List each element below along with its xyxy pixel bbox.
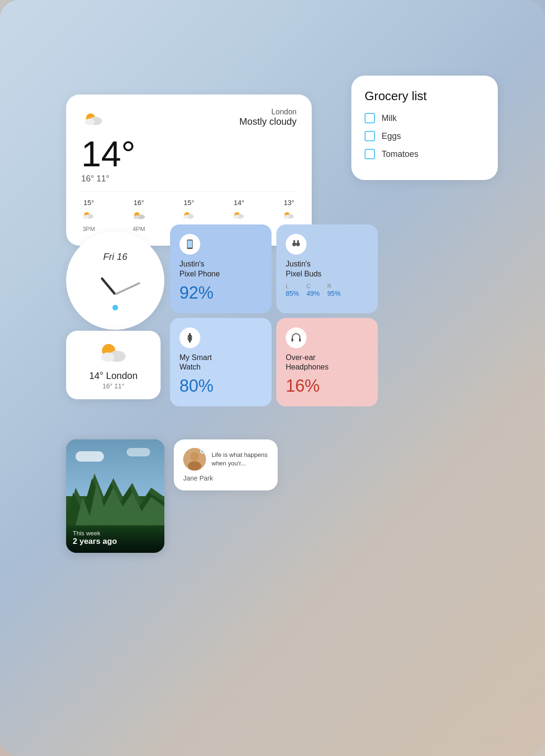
svg-rect-19	[187, 241, 192, 248]
headphones-battery: 16%	[286, 376, 368, 396]
memory-years-label: 2 years ago	[73, 537, 158, 546]
devices-battery-grid: Justin'sPixel Phone 92% Justin'sPixel Bu…	[170, 224, 378, 406]
headphones-svg-icon	[290, 332, 302, 344]
status-quote-text: Life is what happens when you'r...	[212, 451, 268, 468]
grocery-checkbox-milk[interactable]	[365, 113, 375, 123]
device-pixel-buds[interactable]: Justin'sPixel Buds L 85% C 49% R 95%	[276, 224, 378, 313]
hourly-icon-3pm	[81, 208, 96, 223]
grocery-label-milk: Milk	[382, 113, 397, 123]
headphones-name: Over-earHeadphones	[286, 353, 368, 373]
weather-small-hilo: 16° 11°	[76, 382, 151, 390]
svg-rect-24	[297, 240, 299, 243]
cloud-1	[76, 451, 104, 462]
pixel-phone-icon	[179, 234, 200, 255]
weather-widget-large[interactable]: London Mostly cloudy 14° 16° 11° 15° 3PM…	[66, 94, 312, 246]
weather-sun-cloudy-icon	[81, 108, 106, 132]
svg-rect-29	[291, 338, 293, 342]
watch-icon	[185, 333, 195, 343]
grocery-item-eggs[interactable]: Eggs	[365, 131, 485, 141]
svg-point-22	[296, 242, 300, 246]
svg-point-21	[292, 242, 296, 246]
clock-widget: Fri 16	[66, 232, 164, 330]
hourly-3pm: 15° 3PM	[81, 198, 96, 232]
hourly-4pm: 16° 4PM	[131, 198, 146, 232]
status-quote-widget[interactable]: Life is what happens when you'r... Jane …	[174, 439, 278, 490]
status-avatar	[183, 448, 206, 471]
grocery-title: Grocery list	[365, 89, 485, 103]
weather-small-temp: 14° London	[76, 370, 151, 381]
grocery-label-tomatoes: Tomatoes	[382, 149, 418, 159]
weather-temperature: 14°	[81, 136, 297, 172]
clock-face	[89, 266, 141, 299]
svg-point-5	[83, 215, 89, 219]
device-pixel-phone[interactable]: Justin'sPixel Phone 92%	[170, 224, 272, 313]
phone-icon	[185, 239, 195, 249]
svg-point-14	[233, 215, 239, 219]
bud-right: R 95%	[327, 283, 341, 297]
clock-hour-hand	[101, 277, 116, 295]
bud-left: L 85%	[286, 283, 299, 297]
hourly-icon-7pm	[281, 208, 297, 223]
headphones-icon	[286, 327, 307, 348]
svg-point-38	[190, 452, 199, 461]
device-headphones[interactable]: Over-earHeadphones 16%	[276, 318, 378, 407]
grocery-checkbox-tomatoes[interactable]	[365, 149, 375, 159]
memory-overlay: This week 2 years ago	[66, 523, 164, 553]
memory-photo-widget[interactable]: This week 2 years ago	[66, 439, 164, 553]
trees-svg	[66, 464, 164, 525]
status-person-name: Jane Park	[183, 474, 268, 482]
bud-case: C 49%	[307, 283, 320, 297]
grocery-label-eggs: Eggs	[382, 131, 401, 141]
svg-point-20	[190, 249, 190, 249]
memory-week-label: This week	[73, 530, 158, 537]
svg-point-11	[183, 215, 189, 219]
svg-point-8	[134, 215, 139, 219]
svg-rect-23	[293, 240, 295, 243]
hourly-icon-6pm	[231, 208, 247, 223]
status-top: Life is what happens when you'r...	[183, 448, 268, 471]
smart-watch-icon	[179, 327, 200, 348]
avatar-online-dot	[200, 449, 205, 454]
buds-icon	[291, 239, 301, 249]
memory-photo-background: This week 2 years ago	[66, 439, 164, 553]
grocery-list-widget[interactable]: Grocery list Milk Eggs Tomatoes	[351, 76, 498, 180]
weather-small-icon-container	[76, 340, 151, 367]
weather-city: London	[239, 108, 297, 116]
grocery-item-milk[interactable]: Milk	[365, 113, 485, 123]
smart-watch-battery: 80%	[179, 376, 262, 396]
cloud-2	[127, 448, 150, 456]
weather-small-sun-cloud-icon	[96, 340, 130, 367]
svg-point-33	[101, 352, 114, 362]
smart-watch-name: My SmartWatch	[179, 353, 262, 373]
memory-trees	[66, 464, 164, 525]
pixel-buds-name: Justin'sPixel Buds	[286, 259, 368, 279]
hourly-icon-4pm	[131, 208, 146, 223]
grocery-item-tomatoes[interactable]: Tomatoes	[365, 149, 485, 159]
svg-point-17	[283, 215, 289, 219]
clock-minute-hand	[115, 282, 140, 295]
grocery-checkbox-eggs[interactable]	[365, 131, 375, 141]
buds-levels: L 85% C 49% R 95%	[286, 283, 368, 297]
clock-date: Fri 16	[103, 251, 127, 262]
svg-point-39	[188, 461, 201, 471]
weather-location: London Mostly cloudy	[239, 108, 297, 127]
pixel-buds-icon	[286, 234, 307, 255]
svg-rect-27	[189, 340, 191, 343]
svg-point-2	[85, 119, 94, 125]
hourly-icon-5pm	[181, 208, 196, 223]
weather-condition: Mostly cloudy	[239, 116, 297, 127]
svg-rect-30	[299, 338, 301, 342]
device-smart-watch[interactable]: My SmartWatch 80%	[170, 318, 272, 407]
weather-widget-small[interactable]: 14° London 16° 11°	[66, 331, 161, 399]
pixel-phone-battery: 92%	[179, 283, 262, 303]
pixel-phone-name: Justin'sPixel Phone	[179, 259, 262, 279]
weather-hi-lo: 16° 11°	[81, 174, 297, 184]
clock-dot	[112, 305, 118, 310]
svg-rect-26	[189, 333, 191, 335]
